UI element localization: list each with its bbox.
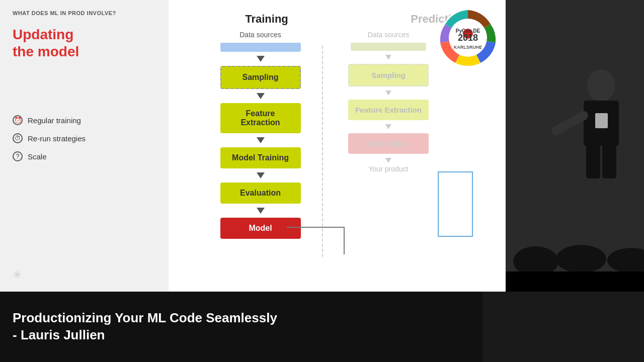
arrow-icon [385,158,391,163]
arrow-icon [257,93,265,99]
model-training-box: Model Training [220,147,301,168]
evaluation-box: Evaluation [220,183,301,204]
arrow-icon [385,124,391,129]
svg-rect-12 [595,113,608,128]
clock-icon: ⏰ [13,115,23,125]
arrow-icon [257,208,265,214]
training-data-sources: Data sources [239,31,281,39]
list-item: ? Scale [13,151,156,161]
prediction-feature-extraction-box: Feature Extraction [348,100,429,120]
divider-line [322,46,323,257]
presenter-panel [506,0,644,272]
blue-rect [438,171,473,237]
sidebar-header: WHAT DOES ML IN PROD INVOLVE? [13,10,156,16]
prediction-flow: Data sources Sampling Feature Extraction [343,31,434,257]
logo-icon: ✳ [13,268,22,282]
updating-title: Updating the model [13,26,156,60]
arrow-icon [257,172,265,178]
svg-rect-15 [602,143,616,178]
training-title: Training [245,13,288,25]
arrow-icon [385,55,391,60]
arrow-icon [385,90,391,96]
feature-extraction-box: Feature Extraction [220,103,301,133]
training-flow: Data sources Sampling Feature Extraction [211,31,309,257]
slide-content: PyCon.DE 2018 KARLSRUHE Training Predict… [169,0,506,292]
your-product-label: Your product [369,165,409,173]
sidebar: WHAT DOES ML IN PROD INVOLVE? Updating t… [0,0,169,292]
prediction-data-sources: Data sources [368,31,409,39]
prediction-sampling-box: Sampling [348,64,429,86]
bottom-bar-text: Productionizing Your ML Code Seamlessly-… [13,310,277,344]
arrow-icon [257,56,265,62]
question-icon: ? [13,151,23,161]
sampling-box: Sampling [220,66,301,89]
timer-icon: ⏱ [13,133,23,143]
list-item: ⏱ Re-run strategies [13,133,156,143]
predictions-box: Predictions [348,133,429,154]
bottom-bar-row: Productionizing Your ML Code Seamlessly-… [0,292,644,362]
sidebar-items: ⏰ Regular training ⏱ Re-run strategies ?… [13,115,156,161]
presenter-bottom [483,292,644,362]
svg-point-10 [587,69,615,102]
bottom-bar: Productionizing Your ML Code Seamlessly-… [0,292,483,362]
svg-rect-6 [506,0,644,272]
model-connector [287,227,345,254]
arrow-icon [257,137,265,143]
svg-rect-14 [586,143,600,178]
list-item: ⏰ Regular training [13,115,156,125]
